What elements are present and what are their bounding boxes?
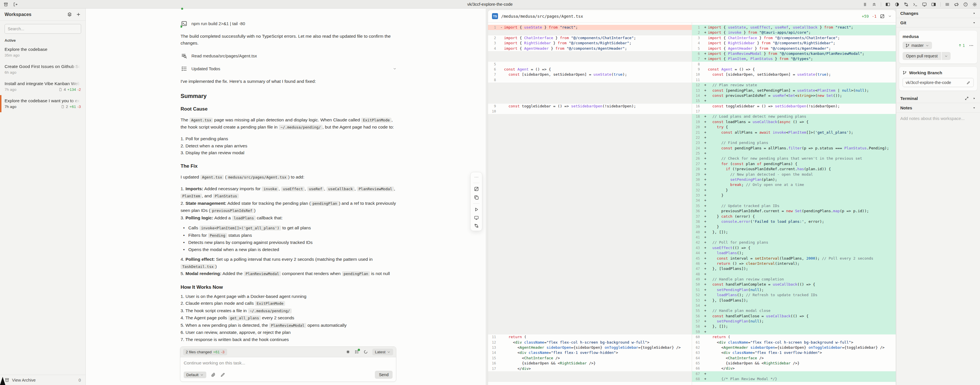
pr-options-button[interactable] [942,52,951,60]
sign-out-icon[interactable] [13,2,18,7]
diff-off-icon[interactable] [474,186,479,192]
message-paragraph: The build completed successfully with no… [181,33,396,46]
terminal-section-header[interactable]: Terminal [896,94,980,103]
notes-input[interactable]: Add notes about this workspace... [896,113,980,124]
dots-icon[interactable] [969,43,974,48]
paperclip-icon[interactable] [211,372,216,377]
archive-box-icon[interactable] [3,2,8,7]
code-token: ( [522,335,527,339]
line-number: 22 [692,135,703,140]
code-token: pendingPlans = allPlans. [733,146,789,150]
chevron-down-icon[interactable] [888,14,892,18]
code-token: useRef [773,93,786,98]
code-token: import [708,51,721,56]
terminal-box-icon [181,20,188,27]
spinner-icon[interactable] [363,350,368,354]
panel-left-icon[interactable] [885,2,890,7]
diff-sign [499,104,504,109]
copy-icon[interactable] [474,195,479,200]
tool-call-row[interactable]: npm run build 2>&1 | tail -80 [181,20,396,27]
play-icon[interactable] [474,207,479,212]
code-token: { [517,46,524,51]
tool-call-row[interactable]: Updated Todos [181,65,396,72]
workspace-item[interactable]: Explore the codebase35m ago [0,44,86,61]
code-text: setPendingPlan(plan); [708,177,896,182]
megaphone-icon[interactable] [954,2,959,7]
caret-right-icon [972,97,976,100]
menu-icon[interactable] [945,2,950,7]
mode-dropdown[interactable]: Default [184,372,206,378]
inline-code: get_all_plans [228,316,261,320]
code-token: onToggleSidebar [605,345,638,350]
tool-call-row[interactable]: Read medusa/src/pages/Agent.tsx [181,52,396,59]
search-input[interactable] [5,24,81,34]
monitor-icon[interactable] [474,215,479,220]
layers-icon[interactable] [67,12,72,17]
help-icon[interactable]: ? [963,2,968,7]
diff-sign: + [703,324,708,329]
changes-section-header[interactable]: Changes [896,9,980,18]
code-token: // Poll every 2 seconds [822,256,873,261]
chevron-down-icon[interactable] [393,67,396,70]
terminal-icon[interactable] [913,2,918,7]
code-token: filter [788,146,802,150]
code-token: // Find pending plans [708,140,768,145]
message-input[interactable]: Continue working on this task... [184,360,393,367]
code-token: ( [611,72,614,76]
open-pull-request-button[interactable]: Open pull request [902,52,941,60]
code-token [768,46,771,51]
line-number: 64 [692,356,703,361]
monitor-icon[interactable] [922,2,927,7]
code-token [708,125,717,129]
diff-sign [499,109,504,114]
code-token: RightSidebar [560,361,587,365]
bold-text: Imports: [185,186,203,191]
workspace-item-title: Install and integrate Vibe Kanban Web [5,81,81,86]
workspace-item[interactable]: Install and integrate Vibe Kanban Web7h … [0,78,86,95]
code-token: // Load plans and detect new pending pla… [708,114,806,119]
gear-icon[interactable] [972,2,977,7]
code-token: null [856,88,864,92]
code-token: for [721,162,728,166]
git-compare-icon[interactable] [474,223,479,228]
spark-icon[interactable] [346,350,350,354]
pause-icon[interactable] [862,2,867,7]
code-token: {sidebarOpen && < [504,361,560,365]
branch-dropdown[interactable]: master [902,42,932,49]
list-item: 4. The Agent page polls get_all_plans ev… [181,315,396,322]
code-token: .Pending); [867,146,889,150]
notes-section-header[interactable]: Notes [896,103,980,113]
diff-split-icon[interactable] [880,14,885,19]
latest-dropdown[interactable]: Latest [372,349,393,355]
pen-icon[interactable] [220,372,225,377]
additions-count: +134 [67,88,76,92]
plus-icon[interactable] [76,12,81,17]
code-token: Set [826,93,833,98]
diff-code-row: 17 </div> [488,366,692,371]
workspace-item-stats: 2+61-3 [61,105,81,109]
code-text: // Load plans and detect new pending pla… [708,114,896,119]
collapse-all-icon[interactable] [872,2,877,7]
todo-status-icon[interactable] [355,350,359,354]
code-text: {/* Plan Review Modal */} [708,376,896,382]
view-archive-button[interactable]: View Archive 0 [0,375,86,385]
workspace-item[interactable]: Explore the codebase I want you to exp7h… [0,95,86,112]
diff-sign [703,350,708,355]
code-text: }, []); [708,324,896,329]
git-compare-icon[interactable] [904,2,908,7]
diff-code-row: 63 <div className="flex flex-1 overflow-… [692,350,896,355]
line-number: 8 [692,62,703,67]
workspace-item[interactable]: Create Good First Issues on Github So p6… [0,61,86,78]
files-changed-badge[interactable]: 2 files changed +61 -3 [183,349,227,355]
contrast-icon[interactable] [894,2,899,7]
panel-right-icon[interactable] [931,2,936,7]
code-token: new [786,209,792,213]
code-token: </ [504,366,522,371]
code-token: toggleSidebar = () => [520,104,571,108]
send-button[interactable]: Send [375,371,393,379]
expand-icon[interactable] [964,96,969,100]
workspace-details-panel: Changes Git medusa master 1 Open pull re… [896,9,980,385]
working-branch-input[interactable]: vk/3ccf-explore-the-code [902,78,974,87]
git-section-header[interactable]: Git [896,18,980,27]
line-number: 49 [692,277,703,282]
